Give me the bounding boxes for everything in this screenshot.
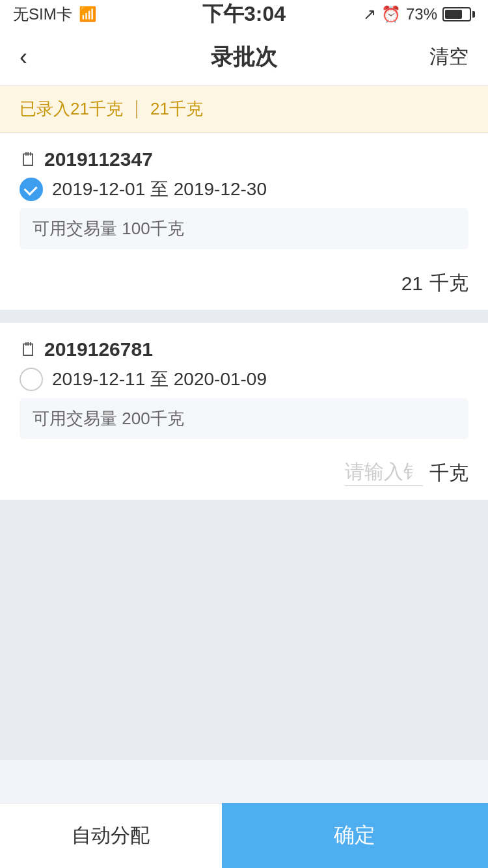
batch-date-row-2[interactable]: 2019-12-11 至 2020-01-09 (0, 367, 488, 398)
section-divider (0, 310, 488, 323)
bottom-bar: 自动分配 确定 (0, 803, 488, 868)
nav-bar: ‹ 录批次 清空 (0, 29, 488, 86)
batch-item-2: 🗒 2019126781 2019-12-11 至 2020-01-09 可用交… (0, 323, 488, 500)
back-button[interactable]: ‹ (20, 44, 59, 71)
status-right: ↗ ⏰ 73% (363, 5, 475, 23)
total-label: 21千克 (150, 98, 203, 120)
batch-availability-2: 可用交易量 200千克 (20, 398, 468, 439)
batch-date-2: 2019-12-11 至 2020-01-09 (52, 367, 267, 392)
info-banner: 已录入21千克 21千克 (0, 86, 488, 133)
empty-area (0, 500, 488, 760)
confirm-button[interactable]: 确定 (222, 803, 488, 868)
quantity-input-2[interactable] (345, 461, 423, 486)
wifi-icon: 📶 (79, 6, 96, 23)
batch-icon-1: 🗒 (20, 149, 38, 170)
batch-availability-1: 可用交易量 100千克 (20, 208, 468, 249)
carrier-label: 无SIM卡 (13, 4, 72, 25)
batch-icon-2: 🗒 (20, 339, 38, 360)
quantity-row-2[interactable]: 千克 (0, 450, 488, 500)
batch-radio-2[interactable] (20, 368, 43, 391)
quantity-value-1: 21 (401, 273, 423, 295)
batch-id-2: 2019126781 (44, 338, 153, 360)
clear-button[interactable]: 清空 (429, 44, 468, 70)
batch-header-1: 🗒 2019112347 (0, 133, 488, 177)
info-divider (136, 100, 137, 118)
battery-percent: 73% (406, 5, 437, 23)
batch-id-1: 2019112347 (44, 148, 153, 170)
batch-header-2: 🗒 2019126781 (0, 323, 488, 367)
status-left: 无SIM卡 📶 (13, 4, 96, 25)
location-icon: ↗ (363, 5, 376, 23)
battery-icon (442, 7, 475, 21)
batch-item-1: 🗒 2019112347 2019-12-01 至 2019-12-30 可用交… (0, 133, 488, 310)
status-time: 下午3:04 (202, 0, 286, 29)
quantity-unit-1: 千克 (429, 270, 468, 297)
recorded-label: 已录入21千克 (20, 98, 123, 120)
batch-radio-1[interactable] (20, 178, 43, 201)
batch-date-row-1[interactable]: 2019-12-01 至 2019-12-30 (0, 177, 488, 208)
alarm-icon: ⏰ (381, 5, 401, 23)
page-title: 录批次 (211, 42, 277, 72)
status-bar: 无SIM卡 📶 下午3:04 ↗ ⏰ 73% (0, 0, 488, 29)
batch-date-1: 2019-12-01 至 2019-12-30 (52, 177, 267, 202)
quantity-unit-2: 千克 (429, 460, 468, 487)
auto-distribute-button[interactable]: 自动分配 (0, 803, 222, 868)
quantity-row-1: 21 千克 (0, 260, 488, 310)
